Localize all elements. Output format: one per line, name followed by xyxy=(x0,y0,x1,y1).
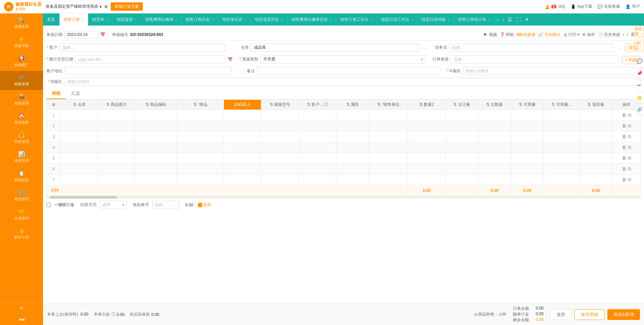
row-stock[interactable] xyxy=(579,131,612,142)
row-spec[interactable] xyxy=(261,121,299,131)
row-main-unit[interactable] xyxy=(445,153,478,164)
note-input[interactable] xyxy=(257,67,441,75)
rsp-addcol-button[interactable]: +列品 xyxy=(635,40,644,52)
tab-close-daily-workbench[interactable]: × xyxy=(411,18,413,22)
rsp-btn-3[interactable]: ✏ xyxy=(635,79,644,91)
row-delete-btn[interactable]: 🗑 xyxy=(622,177,627,182)
sidebar-settings-button[interactable]: ⚙ xyxy=(0,303,43,314)
horizontal-scrollbar[interactable] xyxy=(46,196,641,199)
row-unit[interactable] xyxy=(369,164,408,174)
action-shortcut[interactable]: ⌨ 快捷键 xyxy=(517,32,535,38)
row-code[interactable] xyxy=(135,153,177,164)
row-main-unit[interactable] xyxy=(445,142,478,153)
row-available[interactable] xyxy=(511,142,544,153)
tab-close-return-history[interactable]: × xyxy=(281,18,283,22)
row-product[interactable] xyxy=(177,121,224,131)
row-qty2[interactable] xyxy=(408,153,445,164)
tab-expense-history[interactable]: 销售费用分摊单历史 × xyxy=(288,13,336,26)
row-main-qty[interactable] xyxy=(478,164,511,174)
customer-input[interactable] xyxy=(59,44,225,52)
row-stock[interactable] xyxy=(579,174,612,185)
row-available[interactable] xyxy=(511,164,544,174)
row-unit[interactable] xyxy=(369,153,408,164)
add-payment-button[interactable]: + 添加 xyxy=(198,202,211,208)
tab-daily-workbench[interactable]: 钱货日清工作台 × xyxy=(377,13,418,26)
save-button[interactable]: 保存&新增 xyxy=(607,309,640,320)
row-code[interactable] xyxy=(135,142,177,153)
row-attr[interactable] xyxy=(336,131,369,142)
row-customer-ref[interactable] xyxy=(299,131,336,142)
app-download-button[interactable]: 📱 App下载 xyxy=(571,4,592,9)
row-customer-ref[interactable] xyxy=(299,142,336,153)
solution-button[interactable]: 体验行业方案 xyxy=(111,2,143,11)
sidebar-item-basic[interactable]: 📋 基础信息 xyxy=(0,167,43,186)
row-code[interactable] xyxy=(135,174,177,185)
row-main-qty[interactable] xyxy=(478,153,511,164)
row-delete-btn[interactable]: 🗑 xyxy=(622,134,627,139)
salesperson-more-btn[interactable]: … xyxy=(616,45,622,50)
sidebar-item-newuser[interactable]: 👋 新手引导 xyxy=(0,224,43,243)
row-delete-btn[interactable]: 🗑 xyxy=(622,155,627,161)
row-available[interactable] xyxy=(511,174,544,185)
tab-close-sales-invoice[interactable]: × xyxy=(106,18,108,22)
draft-button[interactable]: 保存草稿 xyxy=(574,309,605,320)
order-source-input[interactable] xyxy=(451,55,619,64)
action-profit[interactable]: 📈 毛利预估 xyxy=(538,32,560,38)
row-stock[interactable] xyxy=(579,153,612,164)
row-unit[interactable] xyxy=(369,174,408,185)
project-a-input[interactable] xyxy=(462,67,641,75)
row-available[interactable] xyxy=(511,153,544,164)
row-unit[interactable] xyxy=(369,110,408,121)
row-spec[interactable] xyxy=(261,153,299,164)
row-warehouse[interactable] xyxy=(61,153,98,164)
row-available[interactable] xyxy=(511,131,544,142)
row-available[interactable] xyxy=(511,121,544,131)
tab-reconcile[interactable]: 钱货日清对账 × xyxy=(417,13,454,26)
tab-return[interactable]: 销货退货 × xyxy=(113,13,141,26)
row-copy-btn[interactable]: ⧉ xyxy=(628,177,631,182)
sidebar-item-inventory[interactable]: 🏠 库存核算 xyxy=(0,109,43,128)
row-spec[interactable] xyxy=(261,164,299,174)
delivery-input[interactable] xyxy=(75,55,226,64)
rsp-btn-4[interactable]: ⭐ xyxy=(635,91,644,104)
sidebar-item-finance[interactable]: 💰 资金管理 xyxy=(0,128,43,148)
row-qty2[interactable] xyxy=(408,110,445,121)
row-copy-btn[interactable]: ⧉ xyxy=(628,155,631,161)
row-spec[interactable] xyxy=(261,142,299,153)
row-main-unit[interactable] xyxy=(445,174,478,185)
row-customer-ref[interactable] xyxy=(299,174,336,185)
row-attr[interactable] xyxy=(336,142,369,153)
address-more-btn[interactable]: … xyxy=(233,69,240,73)
sidebar-item-system[interactable]: ⚙️ 系统管理 xyxy=(0,186,43,205)
row-warehouse[interactable] xyxy=(61,174,98,185)
rsp-settings-button[interactable]: ⚙设置 xyxy=(635,26,644,38)
row-attr[interactable] xyxy=(336,174,369,185)
row-product[interactable] xyxy=(177,131,224,142)
sidebar-item-operations[interactable]: 📊 经营管理 xyxy=(0,148,43,167)
message-button[interactable]: 🔔 9 🔔 消息 xyxy=(545,4,565,9)
project-b-input[interactable] xyxy=(64,78,641,86)
tab-close-all-button[interactable]: ✕ xyxy=(523,17,531,22)
rsp-btn-5[interactable]: 🔗 xyxy=(635,104,644,116)
tab-close-expense-history[interactable]: × xyxy=(330,18,332,22)
row-delete-btn[interactable]: 🗑 xyxy=(622,112,627,118)
tab-close-expense[interactable]: × xyxy=(176,18,178,22)
row-qty2[interactable] xyxy=(408,164,445,174)
row-product[interactable] xyxy=(177,142,224,153)
row-stock[interactable] xyxy=(579,121,612,131)
row-product[interactable] xyxy=(177,174,224,185)
row-available2[interactable] xyxy=(544,131,579,142)
account-more-btn[interactable]: … xyxy=(173,203,177,207)
th-settings[interactable]: ⚙ xyxy=(47,100,61,110)
row-warehouse[interactable] xyxy=(61,142,98,153)
row-main-qty[interactable] xyxy=(478,131,511,142)
tab-close-order-history[interactable]: × xyxy=(212,18,214,22)
row-warehouse[interactable] xyxy=(61,164,98,174)
row-available2[interactable] xyxy=(544,121,579,131)
row-delete-btn[interactable]: 🗑 xyxy=(622,166,627,172)
tab-order-history[interactable]: 销售订单历史 × xyxy=(182,13,218,26)
address-input[interactable] xyxy=(65,67,231,75)
tab-sales-invoice[interactable]: 销货单 × xyxy=(88,13,113,26)
row-product[interactable] xyxy=(177,153,224,164)
tab-stats[interactable]: 销售订单统计表 × xyxy=(454,13,495,26)
